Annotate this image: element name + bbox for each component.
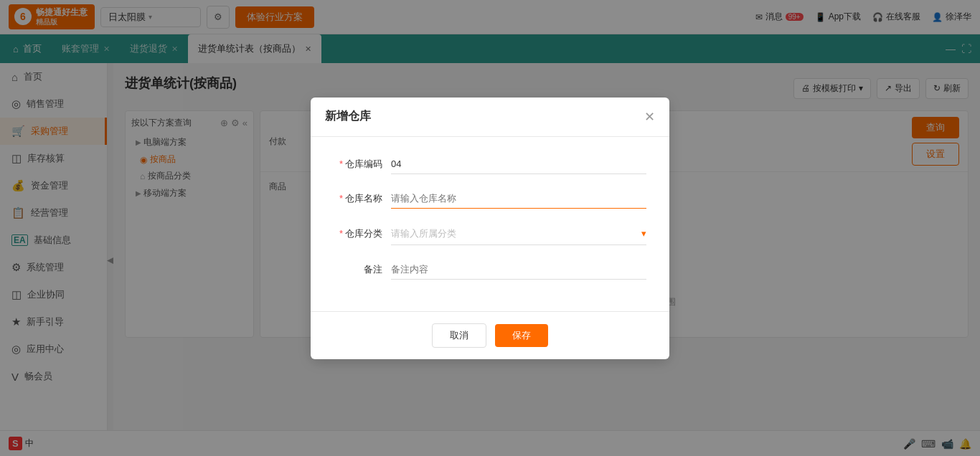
warehouse-code-input[interactable] <box>391 154 646 174</box>
form-row-name: 仓库名称 <box>334 189 646 209</box>
category-label: 仓库分类 <box>334 227 391 240</box>
form-row-remark: 备注 <box>334 260 646 280</box>
code-label: 仓库编码 <box>334 158 391 171</box>
chevron-down-icon: ▾ <box>641 228 646 239</box>
modal-overlay: 新增仓库 ✕ 仓库编码 仓库名称 仓库分类 请输入所属分类 ▾ <box>0 0 980 456</box>
warehouse-category-select[interactable]: 请输入所属分类 ▾ <box>391 223 646 245</box>
warehouse-name-input[interactable] <box>391 189 646 209</box>
dialog-header: 新增仓库 ✕ <box>311 98 669 137</box>
close-dialog-icon[interactable]: ✕ <box>644 109 655 125</box>
name-label: 仓库名称 <box>334 192 391 205</box>
dialog-footer: 取消 保存 <box>311 311 669 359</box>
form-row-code: 仓库编码 <box>334 154 646 174</box>
cancel-button[interactable]: 取消 <box>432 323 486 348</box>
dialog-title: 新增仓库 <box>325 109 371 124</box>
add-warehouse-dialog: 新增仓库 ✕ 仓库编码 仓库名称 仓库分类 请输入所属分类 ▾ <box>311 98 669 359</box>
remark-label: 备注 <box>334 263 391 276</box>
save-button[interactable]: 保存 <box>495 324 548 347</box>
dialog-body: 仓库编码 仓库名称 仓库分类 请输入所属分类 ▾ 备注 <box>311 137 669 311</box>
form-row-category: 仓库分类 请输入所属分类 ▾ <box>334 223 646 245</box>
warehouse-remark-input[interactable] <box>391 260 646 280</box>
